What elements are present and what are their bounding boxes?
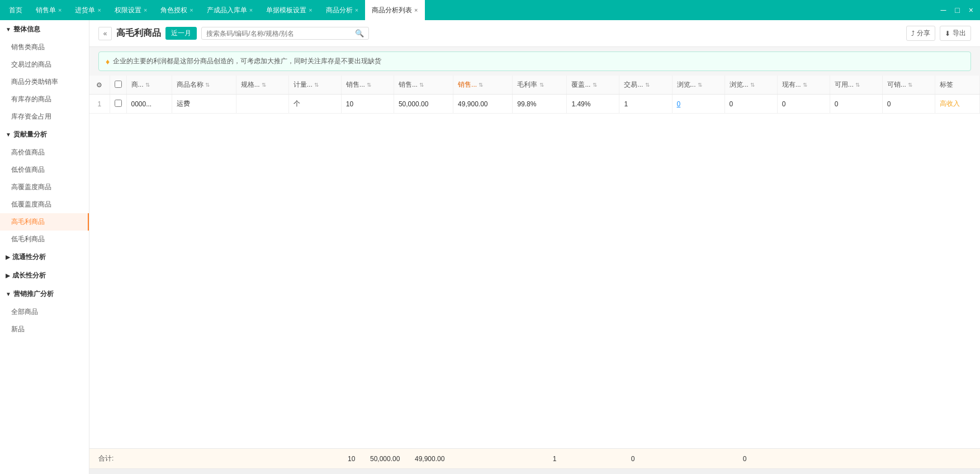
nav-role-auth[interactable]: 角色授权 × — [154, 0, 200, 20]
nav-production-inbound[interactable]: 产成品入库单 × — [200, 0, 259, 20]
sidebar-item-category-rate[interactable]: 商品分类助销率 — [0, 73, 89, 91]
search-box: 🔍 — [201, 27, 369, 40]
sidebar-item-low-coverage[interactable]: 低覆盖度商品 — [0, 196, 89, 213]
col-name[interactable]: 商品名称 ⇅ — [172, 76, 236, 95]
sort-icon-spec[interactable]: ⇅ — [262, 82, 266, 88]
sort-icon-current-stock[interactable]: ⇅ — [803, 82, 807, 88]
sidebar-group-liquidity[interactable]: ▶ 流通性分析 — [0, 248, 89, 266]
sort-icon-sale-amount[interactable]: ⇅ — [419, 82, 424, 88]
export-button[interactable]: ⬇ 导出 — [940, 26, 971, 41]
nav-home[interactable]: 首页 — [2, 0, 29, 20]
sidebar-item-low-margin[interactable]: 低毛利商品 — [0, 231, 89, 248]
sidebar-item-high-coverage[interactable]: 高覆盖度商品 — [0, 179, 89, 196]
sidebar-item-in-stock[interactable]: 有库存的商品 — [0, 91, 89, 108]
sort-icon-sellable-stock[interactable]: ⇅ — [908, 82, 912, 88]
close-analysis-list-tab[interactable]: × — [414, 7, 418, 13]
sidebar-group-contribution[interactable]: ▼ 贡献量分析 — [0, 125, 89, 144]
col-sale-qty[interactable]: 销售... ⇅ — [341, 76, 394, 95]
sidebar-item-low-value[interactable]: 低价值商品 — [0, 161, 89, 179]
col-browse2[interactable]: 浏览... ⇅ — [725, 76, 777, 95]
data-table: ⚙ 商... ⇅ 商品名称 ⇅ — [89, 76, 980, 114]
col-browse1[interactable]: 浏览... ⇅ — [672, 76, 725, 95]
col-coverage[interactable]: 覆盖... ⇅ — [567, 76, 619, 95]
col-current-stock[interactable]: 现有... ⇅ — [777, 76, 830, 95]
col-sellable-stock[interactable]: 可销... ⇅ — [882, 76, 935, 95]
nav-product-analysis[interactable]: 商品分析 × — [319, 0, 365, 20]
sidebar: ▼ 整体信息 销售类商品 交易过的商品 商品分类助销率 有库存的商品 库存资金占… — [0, 20, 89, 474]
row-browse1-0[interactable]: 0 — [672, 95, 725, 114]
sort-icon-name[interactable]: ⇅ — [205, 82, 210, 88]
minimize-button[interactable]: ─ — [936, 6, 950, 15]
footer-transaction: 1 — [516, 455, 561, 463]
share-button[interactable]: ⤴ 分享 — [906, 26, 935, 41]
col-spec[interactable]: 规格... ⇅ — [236, 76, 288, 95]
row-num-0: 1 — [89, 95, 110, 114]
close-window-button[interactable]: × — [964, 6, 978, 15]
close-sales-order-tab[interactable]: × — [58, 7, 61, 13]
sidebar-item-stock-capital[interactable]: 库存资金占用 — [0, 108, 89, 125]
col-sale-amount[interactable]: 销售... ⇅ — [394, 76, 453, 95]
row-gross-margin-0: 99.8% — [513, 95, 567, 114]
nav-sales-order[interactable]: 销售单 × — [29, 0, 68, 20]
nav-analysis-list[interactable]: 商品分析列表 × — [365, 0, 424, 20]
table-wrapper[interactable]: ⚙ 商... ⇅ 商品名称 ⇅ — [89, 76, 980, 448]
nav-template-settings[interactable]: 单据模板设置 × — [259, 0, 319, 20]
col-available-stock[interactable]: 可用... ⇅ — [830, 76, 882, 95]
sidebar-group-marketing[interactable]: ▼ 营销推广分析 — [0, 285, 89, 303]
sidebar-group-overall[interactable]: ▼ 整体信息 — [0, 20, 89, 39]
close-role-tab[interactable]: × — [190, 7, 193, 13]
col-transaction[interactable]: 交易... ⇅ — [619, 76, 672, 95]
row-checkbox-0[interactable] — [110, 95, 126, 114]
nav-purchase-order[interactable]: 进货单 × — [68, 0, 107, 20]
sort-icon-browse1[interactable]: ⇅ — [698, 82, 702, 88]
nav-permission-settings[interactable]: 权限设置 × — [108, 0, 154, 20]
close-analysis-tab[interactable]: × — [355, 7, 358, 13]
row-current-stock-0: 0 — [777, 95, 830, 114]
sort-icon-unit[interactable]: ⇅ — [314, 82, 319, 88]
date-filter-button[interactable]: 近一月 — [165, 27, 197, 40]
search-icon[interactable]: 🔍 — [355, 29, 364, 37]
maximize-button[interactable]: □ — [950, 6, 964, 15]
sort-icon-available-stock[interactable]: ⇅ — [855, 82, 860, 88]
row-sellable-stock-0: 0 — [882, 95, 935, 114]
sort-icon-sale-profit[interactable]: ⇅ — [479, 82, 483, 88]
info-text: 企业的主要的利润都是这部分商品创造的，可考虑加大推广，同时关注库存是不要出现缺货 — [113, 57, 381, 66]
col-sale-profit[interactable]: 销售... ⇅ — [453, 76, 513, 95]
col-sku-code[interactable]: 商... ⇅ — [126, 76, 172, 95]
col-settings[interactable]: ⚙ — [89, 76, 110, 95]
sort-icon-sale-qty[interactable]: ⇅ — [367, 82, 371, 88]
sidebar-item-traded-goods[interactable]: 交易过的商品 — [0, 56, 89, 73]
close-permission-tab[interactable]: × — [144, 7, 147, 13]
collapse-sidebar-button[interactable]: « — [98, 27, 112, 40]
close-production-tab[interactable]: × — [249, 7, 253, 13]
col-gross-margin[interactable]: 毛利率 ⇅ — [513, 76, 567, 95]
horizontal-scrollbar[interactable] — [89, 468, 980, 474]
sort-icon-gross-margin[interactable]: ⇅ — [539, 82, 544, 88]
sidebar-item-new-goods[interactable]: 新品 — [0, 321, 89, 338]
close-template-tab[interactable]: × — [309, 7, 312, 13]
sidebar-item-high-margin[interactable]: 高毛利商品 — [0, 213, 89, 231]
search-input[interactable] — [206, 30, 355, 37]
row-available-stock-0: 0 — [830, 95, 882, 114]
sort-icon-sku[interactable]: ⇅ — [145, 82, 150, 88]
footer-sale-qty: 10 — [315, 455, 359, 463]
col-checkbox[interactable] — [110, 76, 126, 95]
col-tag[interactable]: 标签 — [935, 76, 979, 95]
sidebar-group-growth[interactable]: ▶ 成长性分析 — [0, 266, 89, 285]
select-all-checkbox[interactable] — [115, 81, 122, 88]
sort-icon-coverage[interactable]: ⇅ — [593, 82, 597, 88]
info-banner: ♦ 企业的主要的利润都是这部分商品创造的，可考虑加大推广，同时关注库存是不要出现… — [98, 51, 971, 71]
sidebar-item-high-value[interactable]: 高价值商品 — [0, 144, 89, 161]
col-unit[interactable]: 计量... ⇅ — [288, 76, 341, 95]
top-navigation: 首页 销售单 × 进货单 × 权限设置 × 角色授权 × 产成品入库单 × 单据… — [0, 0, 980, 20]
collapse-arrow-overall: ▼ — [6, 26, 11, 32]
sort-icon-browse2[interactable]: ⇅ — [750, 82, 755, 88]
sidebar-item-all-goods[interactable]: 全部商品 — [0, 303, 89, 321]
share-icon: ⤴ — [911, 30, 915, 37]
row-sku-0: 0000... — [126, 95, 172, 114]
sort-icon-transaction[interactable]: ⇅ — [645, 82, 650, 88]
content-header: « 高毛利商品 近一月 🔍 ⤴ 分享 ⬇ 导出 — [89, 20, 980, 47]
settings-icon[interactable]: ⚙ — [96, 81, 102, 89]
sidebar-item-sales-goods[interactable]: 销售类商品 — [0, 39, 89, 56]
close-purchase-order-tab[interactable]: × — [97, 7, 101, 13]
